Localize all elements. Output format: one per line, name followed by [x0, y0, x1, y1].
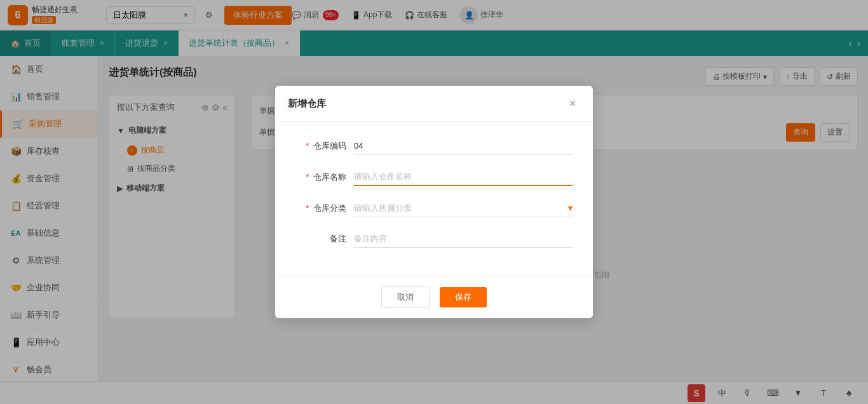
category-label: * 仓库分类 [295, 203, 346, 214]
remark-label: 备注 [295, 233, 346, 245]
warehouse-remark-input[interactable] [354, 230, 573, 248]
warehouse-code-input[interactable] [354, 137, 573, 155]
required-mark-code: * [306, 141, 309, 151]
code-label: * 仓库编码 [295, 140, 346, 152]
category-select-wrap: 请输入所属分类 ▾ [354, 199, 573, 217]
name-label: * 仓库名称 [295, 172, 346, 183]
required-mark-name: * [306, 172, 309, 182]
modal-body: * 仓库编码 * 仓库名称 * 仓库分类 [275, 122, 593, 276]
warehouse-name-input[interactable] [354, 168, 573, 186]
modal-header: 新增仓库 × [275, 86, 593, 122]
modal-backdrop: 新增仓库 × * 仓库编码 * 仓库名称 [0, 0, 868, 404]
required-mark-category: * [306, 203, 309, 213]
new-warehouse-modal: 新增仓库 × * 仓库编码 * 仓库名称 [275, 86, 593, 318]
form-row-category: * 仓库分类 请输入所属分类 ▾ [295, 199, 573, 217]
form-row-name: * 仓库名称 [295, 168, 573, 186]
warehouse-category-select[interactable]: 请输入所属分类 [354, 203, 568, 213]
modal-cancel-btn[interactable]: 取消 [381, 286, 430, 308]
form-row-remark: 备注 [295, 230, 573, 248]
category-chevron-icon: ▾ [568, 203, 573, 213]
modal-save-btn[interactable]: 保存 [440, 287, 487, 307]
modal-title: 新增仓库 [288, 98, 326, 110]
modal-close-btn[interactable]: × [565, 96, 580, 111]
form-row-code: * 仓库编码 [295, 137, 573, 155]
modal-footer: 取消 保存 [275, 276, 593, 318]
